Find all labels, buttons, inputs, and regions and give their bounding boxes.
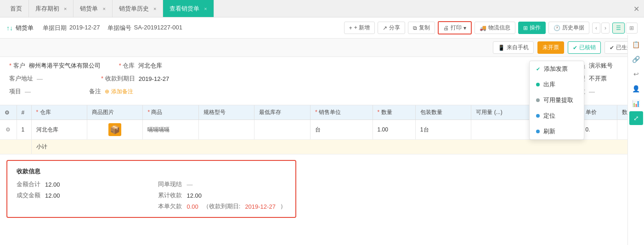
sidebar-icon-6[interactable]: ⤢ <box>629 111 643 125</box>
tab-check-sales[interactable]: 查看销货单 × <box>163 0 214 17</box>
share-label: 分享 <box>389 24 400 32</box>
main-content: ↑↓ 销货单 单据日期 2019-12-27 单据编号 SA-20191227-… <box>0 17 644 245</box>
payment-total-row: 金额合计 12.00 <box>17 180 144 188</box>
row-pack-qty: 1台 <box>415 120 471 140</box>
tab-home[interactable]: 首页 <box>4 0 29 17</box>
sidebar-icon-5[interactable]: 📊 <box>629 97 643 110</box>
sidebar-icon-3[interactable]: ↩ <box>629 67 643 81</box>
doc-number-value: SA-20191227-001 <box>134 24 183 32</box>
row-spec <box>198 120 254 140</box>
tab-sales-order[interactable]: 销货单 × <box>73 0 112 17</box>
payment-cumulative-row: 累计收款 12.00 <box>158 191 286 199</box>
col-unit: 销售单位 <box>310 105 373 120</box>
transaction-value: 12.00 <box>45 192 60 199</box>
from-phone-button[interactable]: 📱 来自手机 <box>493 41 534 54</box>
sidebar-icon-1[interactable]: 📋 <box>629 38 643 51</box>
warehouse-label: 仓库 <box>119 62 135 70</box>
product-image-icon: 📦 <box>108 123 121 136</box>
payment-same-order-row: 同单现结 — <box>158 180 286 188</box>
window-close-icon[interactable]: ✕ <box>633 4 639 13</box>
history-button[interactable]: 🕐 历史单据 <box>548 22 589 34</box>
warehouse-field: 仓库 河北仓库 <box>119 62 185 70</box>
col-product: 商品 <box>143 105 198 120</box>
row-available <box>471 120 535 140</box>
tab-sales-close[interactable]: × <box>102 6 105 11</box>
payment-date-value: 2019-12-27 <box>139 75 185 82</box>
add-remark-button[interactable]: ⊕ 添加备注 <box>105 88 133 96</box>
same-order-label: 同单现结 <box>158 180 182 188</box>
cumulative-label: 累计收款 <box>158 191 182 199</box>
new-button[interactable]: + + 新增 <box>344 22 375 34</box>
col-gear: ⚙ <box>0 105 17 120</box>
sidebar-icon-2[interactable]: 🔗 <box>629 52 643 66</box>
dropdown-add-invoice[interactable]: ✔ 添加发票 <box>530 61 584 77</box>
col-image: 商品图片 <box>87 105 142 120</box>
remark-label: 备注 <box>89 87 101 96</box>
tab-home-label: 首页 <box>10 5 22 13</box>
arrears-close: ） <box>280 202 286 211</box>
prev-arrow[interactable]: ‹ <box>592 23 600 34</box>
check-icon: ✔ <box>536 66 540 72</box>
row-gear[interactable]: ⚙ <box>0 120 17 140</box>
out-stock-label: 出库 <box>543 80 555 89</box>
address-field: 客户地址 — <box>9 74 83 83</box>
copy-label: 复制 <box>419 24 430 32</box>
tab-history-close[interactable]: × <box>153 6 156 11</box>
list-view-btn[interactable]: ☰ <box>612 23 625 34</box>
customer-value: 柳州粤港平安气体有限公司 <box>29 62 101 70</box>
dropdown-out-stock[interactable]: 出库 <box>530 77 584 92</box>
refresh-dot <box>536 130 540 133</box>
tab-check-close[interactable]: × <box>204 6 207 11</box>
doc-type-label: 销货单 <box>16 24 34 32</box>
grid-view-btn[interactable]: ⊞ <box>626 23 638 34</box>
refresh-label: 刷新 <box>543 127 555 136</box>
add-remark-label: 添加备注 <box>111 88 133 96</box>
tab-inventory-label: 库存期初 <box>35 5 59 13</box>
not-open-button[interactable]: 未开票 <box>537 41 564 54</box>
tab-inventory-close[interactable]: × <box>64 6 67 11</box>
confirm-button[interactable]: ✔ 已核销 <box>568 41 601 54</box>
payment-date-label: 收款到期日 <box>101 74 135 83</box>
tab-sales-history[interactable]: 销货单历史 × <box>113 0 163 17</box>
new-icon: + <box>349 25 352 31</box>
add-invoice-label: 添加发票 <box>544 65 568 73</box>
locate-label: 定位 <box>543 112 555 120</box>
total-label: 金额合计 <box>17 180 40 188</box>
nav-arrows: ‹ › <box>592 23 610 34</box>
customer-label: 客户 <box>9 62 25 70</box>
tab-bar: 首页 库存期初 × 销货单 × 销货单历史 × 查看销货单 × ✕ <box>0 0 644 17</box>
col-num: # <box>17 105 31 120</box>
project-field: 项目 — <box>9 87 71 96</box>
arrears-label: 本单欠款 <box>158 202 182 211</box>
new-label: + 新增 <box>354 24 370 32</box>
doc-actions: + + 新增 ↗ 分享 ⧉ 复制 🖨 打印 ▾ 🚚 物流信息 ⊞ <box>344 21 638 34</box>
effective-icon: ✔ <box>610 45 614 51</box>
col-pack-qty: 包装数量 <box>415 105 471 120</box>
tab-check-label: 查看销货单 <box>169 5 199 13</box>
sidebar-icon-4[interactable]: 👤 <box>629 82 643 96</box>
history-label: 历史单据 <box>562 24 584 32</box>
tab-sales-label: 销货单 <box>80 5 98 13</box>
logistics-button[interactable]: 🚚 物流信息 <box>475 22 515 34</box>
dropdown-available-qty[interactable]: 可用量提取 <box>530 92 584 108</box>
operate-button[interactable]: ⊞ 操作 <box>518 22 546 34</box>
tab-inventory-init[interactable]: 库存期初 × <box>29 0 73 17</box>
doc-title: ↑↓ 销货单 <box>6 24 34 32</box>
payment-box: 收款信息 金额合计 12.00 同单现结 — 成交金额 12.00 累计收款 1… <box>6 160 296 218</box>
address-label: 客户地址 <box>9 74 33 83</box>
tab-history-label: 销货单历史 <box>119 5 149 13</box>
print-button[interactable]: 🖨 打印 ▾ <box>438 21 472 34</box>
doc-date-value: 2019-12-27 <box>69 24 100 32</box>
total-value: 12.00 <box>45 181 60 188</box>
dropdown-menu: ✔ 添加发票 出库 可用量提取 定位 刷新 <box>529 61 584 140</box>
row-unit: 台 <box>310 120 373 140</box>
dropdown-locate[interactable]: 定位 <box>530 108 584 124</box>
payment-arrears-row: 本单欠款 0.00 （收款到期日: 2019-12-27 ） <box>158 202 286 211</box>
confirm-label: 已核销 <box>579 44 596 51</box>
share-button[interactable]: ↗ 分享 <box>378 22 405 34</box>
remark-field: 备注 ⊕ 添加备注 <box>89 87 133 96</box>
next-arrow[interactable]: › <box>601 23 610 34</box>
row-product: 嗝嗝嗝嗝 <box>143 120 198 140</box>
copy-button[interactable]: ⧉ 复制 <box>408 22 435 34</box>
dropdown-refresh[interactable]: 刷新 <box>530 124 584 139</box>
